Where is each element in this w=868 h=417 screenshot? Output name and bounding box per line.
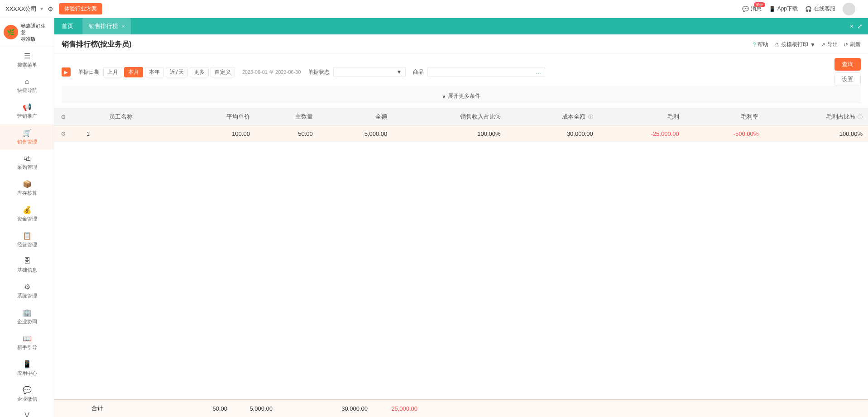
status-filter-section: 单据状态 ▼: [308, 67, 406, 77]
sidebar-item-enterprise-wechat[interactable]: 💬企业微信: [0, 381, 54, 407]
filter-settings-button[interactable]: 设置: [834, 72, 861, 86]
date-btn-7days[interactable]: 近7天: [166, 67, 188, 77]
status-select[interactable]: ▼: [333, 67, 406, 77]
sidebar-item-vip[interactable]: V畅会员: [0, 407, 54, 417]
sidebar-item-ops-mgmt[interactable]: 📋经营管理: [0, 227, 54, 253]
date-btn-current-year[interactable]: 本年: [145, 67, 164, 77]
col-settings[interactable]: ⚙: [54, 108, 72, 126]
sidebar-item-new-guide[interactable]: 📖新手引导: [0, 330, 54, 355]
tab-bar: 首页 销售排行榜 × × ⤢: [54, 18, 868, 34]
footer-cost-amount: 30,000.00: [318, 405, 368, 412]
sidebar-item-purchase-mgmt[interactable]: 🛍采购管理: [0, 150, 54, 175]
table-container[interactable]: ⚙ 员工名称 平均单价 主数量 全额 销售收入占比% 成本全额 ⓘ 毛利: [54, 108, 868, 399]
row-settings[interactable]: ⚙: [54, 126, 72, 142]
print-chevron-icon: ▼: [810, 42, 815, 48]
tab-close-icon[interactable]: ×: [122, 24, 125, 29]
settings-icon[interactable]: ⚙: [48, 5, 53, 13]
tab-maximize-icon[interactable]: ⤢: [857, 23, 863, 30]
nav-label-inventory: 库存核算: [17, 190, 37, 197]
sidebar-item-quick-nav[interactable]: ⌂快捷导航: [0, 73, 54, 98]
gp-ratio-info-icon[interactable]: ⓘ: [858, 114, 863, 120]
data-table: ⚙ 员工名称 平均单价 主数量 全额 销售收入占比% 成本全额 ⓘ 毛利: [54, 108, 868, 142]
date-filter-label: 单据日期: [78, 68, 100, 76]
sidebar-item-marketing[interactable]: 📢营销推广: [0, 98, 54, 124]
online-service-label: 在线客服: [814, 5, 835, 13]
expand-conditions-button[interactable]: ∨ 展开更多条件: [442, 92, 480, 100]
table-row[interactable]: ⚙ 1 100.00 50.00 5,000.00 100.00% 30,000…: [54, 126, 868, 142]
nav-label-sales-mgmt: 销售管理: [17, 139, 37, 145]
nav-label-sys-mgmt: 系统管理: [17, 292, 37, 299]
template-print-button[interactable]: 🖨 按模板打印 ▼: [774, 41, 815, 48]
sidebar-item-enterprise-collab[interactable]: 🏢企业协同: [0, 304, 54, 330]
goods-more-icon[interactable]: …: [536, 69, 541, 75]
nav-icon-enterprise-collab: 🏢: [23, 308, 32, 317]
footer-quantity: 50.00: [191, 405, 227, 412]
export-icon: ↗: [821, 42, 825, 48]
query-button[interactable]: 查询: [834, 58, 861, 71]
col-gross-margin: 毛利率: [685, 108, 764, 126]
row-amount: 5,000.00: [318, 126, 393, 142]
nav-label-purchase-mgmt: 采购管理: [17, 164, 37, 171]
footer-amount: 5,000.00: [227, 405, 273, 412]
expand-icon: ∨: [442, 93, 446, 100]
refresh-button[interactable]: ↺ 刷新: [844, 41, 861, 48]
sidebar-item-app-center[interactable]: 📱应用中心: [0, 355, 54, 381]
help-button[interactable]: ? 帮助: [753, 41, 768, 48]
sidebar-item-search-orders[interactable]: ☰搜索菜单: [0, 47, 54, 73]
tab-home[interactable]: 首页: [54, 18, 81, 34]
sidebar-item-basic-info[interactable]: 🗄基础信息: [0, 253, 54, 278]
tab-minimize-icon[interactable]: ×: [850, 23, 854, 30]
top-bar: XXXXX公司 ▼ ⚙ 体验行业方案 💬 消息 99+ 📱 App下载 🎧 在线…: [0, 0, 868, 18]
nav-icon-vip: V: [24, 412, 29, 417]
sidebar-item-inventory[interactable]: 📦库存核算: [0, 175, 54, 201]
print-icon: 🖨: [774, 42, 779, 48]
tab-sales-ranking[interactable]: 销售排行榜 ×: [82, 18, 131, 34]
app-download-btn[interactable]: 📱 App下载: [769, 5, 798, 13]
filter-arrow-button[interactable]: ▶: [62, 67, 71, 77]
industry-button[interactable]: 体验行业方案: [59, 3, 102, 14]
message-btn[interactable]: 💬 消息 99+: [742, 5, 762, 13]
expand-conditions-row: ∨ 展开更多条件: [62, 86, 861, 103]
export-button[interactable]: ↗ 导出: [821, 41, 838, 48]
row-rank: 1: [72, 126, 104, 142]
date-btn-custom[interactable]: 自定义: [211, 67, 235, 77]
col-gross-profit: 毛利: [599, 108, 685, 126]
goods-select[interactable]: …: [427, 67, 545, 77]
online-service-btn[interactable]: 🎧 在线客服: [805, 5, 835, 13]
logo-icon: 🌿: [4, 25, 18, 39]
col-cost-amount: 成本全额 ⓘ: [506, 108, 599, 126]
company-name: XXXXX公司: [5, 5, 37, 13]
nav-icon-purchase-mgmt: 🛍: [24, 154, 31, 163]
avatar[interactable]: [843, 3, 855, 15]
help-icon: ?: [753, 42, 756, 48]
sidebar-item-sales-mgmt[interactable]: 🛒销售管理: [0, 124, 54, 150]
nav-icon-basic-info: 🗄: [24, 257, 31, 265]
col-avg-price: 平均单价: [179, 108, 255, 126]
table-body: ⚙ 1 100.00 50.00 5,000.00 100.00% 30,000…: [54, 126, 868, 142]
date-btn-more[interactable]: 更多: [190, 67, 209, 77]
date-btn-current-month[interactable]: 本月: [124, 67, 143, 77]
refresh-icon: ↺: [844, 42, 848, 48]
nav-icon-enterprise-wechat: 💬: [23, 386, 32, 394]
col-gp-ratio: 毛利占比% ⓘ: [764, 108, 868, 126]
goods-filter-section: 商品 …: [413, 67, 545, 77]
col-amount: 全额: [318, 108, 393, 126]
cost-info-icon[interactable]: ⓘ: [588, 114, 593, 120]
date-range-display: 2023-06-01 至 2023-06-30: [242, 69, 301, 76]
row-avg-price: 100.00: [179, 126, 255, 142]
sidebar-item-finance[interactable]: 💰资金管理: [0, 201, 54, 227]
nav-label-enterprise-wechat: 企业微信: [17, 396, 37, 403]
tab-label: 销售排行榜: [89, 22, 118, 30]
nav-label-quick-nav: 快捷导航: [17, 87, 37, 94]
nav-label-ops-mgmt: 经营管理: [17, 241, 37, 248]
date-btn-last-month[interactable]: 上月: [103, 67, 122, 77]
sidebar-item-sys-mgmt[interactable]: ⚙系统管理: [0, 278, 54, 304]
row-name: [104, 126, 180, 142]
nav-label-enterprise-collab: 企业协同: [17, 318, 37, 325]
nav-icon-new-guide: 📖: [23, 334, 32, 343]
app-layout: 🌿 畅康通好生意 标准版 ☰搜索菜单⌂快捷导航📢营销推广🛒销售管理🛍采购管理📦库…: [0, 18, 868, 417]
nav-label-app-center: 应用中心: [17, 370, 37, 377]
company-selector[interactable]: XXXXX公司 ▼: [5, 5, 44, 13]
date-buttons-group: 上月 本月 本年 近7天 更多 自定义: [103, 67, 235, 77]
nav-icon-inventory: 📦: [23, 180, 32, 188]
